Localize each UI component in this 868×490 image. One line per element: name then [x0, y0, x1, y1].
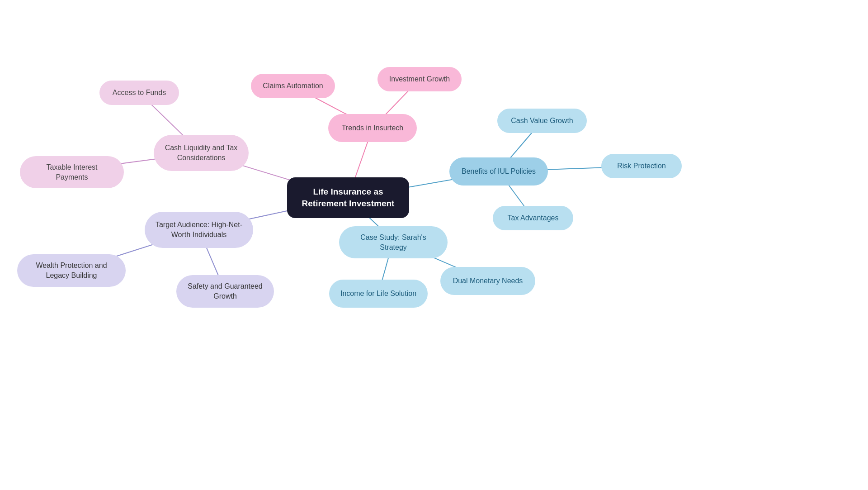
node-income_life: Income for Life Solution — [329, 280, 428, 308]
node-dual_monetary: Dual Monetary Needs — [440, 267, 535, 295]
node-safety_growth: Safety and Guaranteed Growth — [176, 275, 274, 308]
node-tax_advantages: Tax Advantages — [493, 206, 573, 230]
node-target_audience: Target Audience: High-Net-Worth Individu… — [145, 212, 253, 248]
node-center: Life Insurance as Retirement Investment — [287, 177, 409, 218]
node-wealth_protection: Wealth Protection and Legacy Building — [17, 254, 126, 287]
node-trends_insurtech: Trends in Insurtech — [328, 114, 417, 142]
node-case_study: Case Study: Sarah's Strategy — [339, 226, 448, 258]
node-investment_growth: Investment Growth — [377, 67, 462, 91]
node-claims_automation: Claims Automation — [251, 74, 335, 98]
node-access_to_funds: Access to Funds — [99, 81, 179, 105]
node-taxable_interest: Taxable Interest Payments — [20, 156, 124, 188]
node-cash_liquidity: Cash Liquidity and Tax Considerations — [154, 135, 249, 171]
node-cash_value_growth: Cash Value Growth — [497, 109, 587, 133]
node-risk_protection: Risk Protection — [601, 154, 682, 178]
node-benefits_iul: Benefits of IUL Policies — [449, 157, 548, 186]
